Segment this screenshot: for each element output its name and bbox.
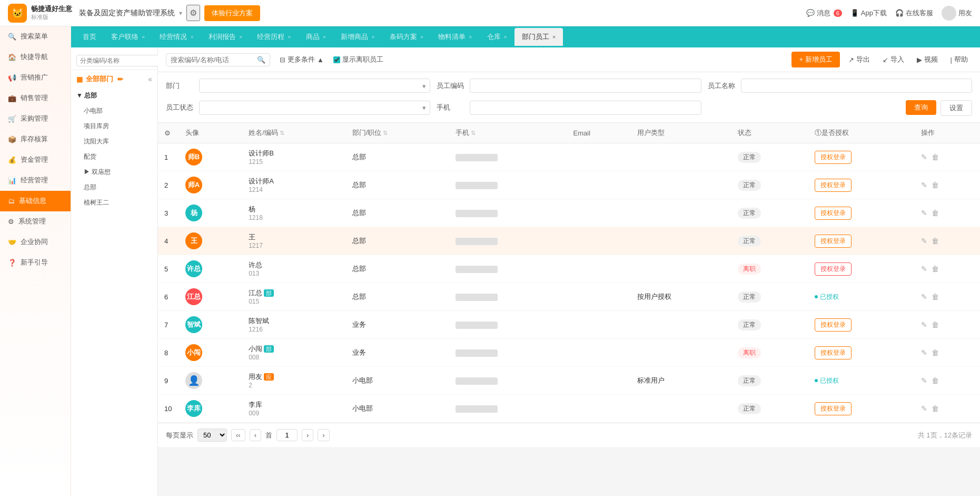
edit-button[interactable]: ✎ <box>921 404 927 413</box>
delete-button[interactable]: 🗑 <box>932 209 939 217</box>
query-button[interactable]: 查询 <box>906 100 936 115</box>
dept-node[interactable]: 沈阳大库 <box>71 134 157 149</box>
sidebar-item-新手引导[interactable]: ❓新手引导 <box>0 252 71 273</box>
delete-button[interactable]: 🗑 <box>932 320 939 329</box>
user-area[interactable]: 用友 <box>942 6 972 21</box>
dept-select[interactable] <box>199 79 430 93</box>
dropdown-arrow-icon[interactable]: ▾ <box>179 9 182 17</box>
dept-node[interactable]: 总部 <box>71 180 157 195</box>
delete-button[interactable]: 🗑 <box>932 237 939 245</box>
delete-button[interactable]: 🗑 <box>932 265 939 273</box>
auth-button[interactable]: 授权登录 <box>815 207 852 220</box>
page-number-input[interactable] <box>276 429 298 441</box>
search-submit-icon[interactable]: 🔍 <box>257 56 265 64</box>
emp-code-input[interactable] <box>470 79 701 93</box>
auth-button[interactable]: 授权登录 <box>815 262 852 276</box>
sidebar-item-营销推广[interactable]: 📢营销推广 <box>0 67 71 88</box>
edit-button[interactable]: ✎ <box>921 153 927 161</box>
close-tab-icon[interactable]: × <box>552 34 556 40</box>
service-button[interactable]: 🎧 在线客服 <box>895 8 933 18</box>
search-input[interactable] <box>171 56 255 64</box>
sidebar-item-销售管理[interactable]: 💼销售管理 <box>0 88 71 109</box>
close-tab-icon[interactable]: × <box>239 34 242 40</box>
auth-button[interactable]: 授权登录 <box>815 151 852 164</box>
nav-tab-条码方案[interactable]: 条码方案× <box>382 28 431 46</box>
auth-button[interactable]: 授权登录 <box>815 235 852 248</box>
phone-input[interactable] <box>470 101 701 115</box>
dept-node[interactable]: 小电部 <box>71 103 157 119</box>
edit-button[interactable]: ✎ <box>921 265 927 273</box>
sidebar-search[interactable]: 🔍 搜索菜单 <box>0 26 71 47</box>
sidebar-item-采购管理[interactable]: 🛒采购管理 <box>0 109 71 129</box>
delete-button[interactable]: 🗑 <box>932 348 939 357</box>
close-tab-icon[interactable]: × <box>190 34 193 40</box>
dept-all-item[interactable]: ▦ 全部部门 ✏ « <box>71 70 157 88</box>
sidebar-item-快捷导航[interactable]: 🏠快捷导航 <box>0 47 71 67</box>
delete-button[interactable]: 🗑 <box>932 181 939 189</box>
collapse-tree-button[interactable]: « <box>148 75 152 83</box>
emp-name-input[interactable] <box>741 79 972 93</box>
trial-button[interactable]: 体验行业方案 <box>204 5 260 21</box>
delete-button[interactable]: 🗑 <box>932 153 939 161</box>
add-employee-button[interactable]: + 新增员工 <box>791 52 839 67</box>
import-button[interactable]: ↙ 导入 <box>878 53 908 66</box>
app-download-button[interactable]: 📱 App下载 <box>850 8 887 18</box>
more-filter-button[interactable]: ⊟ 更多条件 ▲ <box>275 53 328 66</box>
auth-button[interactable]: 授权登录 <box>815 402 852 415</box>
export-button[interactable]: ↗ 导出 <box>844 53 874 66</box>
message-button[interactable]: 💬 消息 6 <box>806 8 842 18</box>
nav-tab-商品[interactable]: 商品× <box>299 28 333 46</box>
emp-status-select[interactable] <box>199 101 430 115</box>
th-dept[interactable]: 部门/职位 ⇅ <box>346 123 450 143</box>
nav-tab-经营历程[interactable]: 经营历程× <box>250 28 298 46</box>
dept-node[interactable]: 植树王二 <box>71 195 157 210</box>
sidebar-item-资金管理[interactable]: 💰资金管理 <box>0 150 71 170</box>
auth-button[interactable]: 授权登录 <box>815 318 852 332</box>
sidebar-item-库存核算[interactable]: 📦库存核算 <box>0 129 71 150</box>
close-tab-icon[interactable]: × <box>142 34 145 40</box>
th-settings[interactable]: ⚙ <box>158 123 179 143</box>
close-tab-icon[interactable]: × <box>323 34 326 40</box>
next-page-button[interactable]: › <box>302 429 313 441</box>
edit-button[interactable]: ✎ <box>921 237 927 245</box>
dept-node[interactable]: 配货 <box>71 149 157 164</box>
per-page-select[interactable]: 50 20 100 <box>197 429 227 442</box>
edit-button[interactable]: ✎ <box>921 209 927 217</box>
auth-button[interactable]: 授权登录 <box>815 346 852 359</box>
delete-button[interactable]: 🗑 <box>932 404 939 413</box>
dept-node[interactable]: ▼ 总部 <box>71 88 157 103</box>
edit-button[interactable]: ✎ <box>921 293 927 301</box>
close-tab-icon[interactable]: × <box>504 34 507 40</box>
nav-tab-物料清单[interactable]: 物料清单× <box>431 28 479 46</box>
dept-node[interactable]: ▶ 双庙想 <box>71 164 157 180</box>
dept-search-input[interactable] <box>76 55 163 66</box>
last-page-button[interactable]: › <box>318 429 329 441</box>
dept-edit-icon[interactable]: ✏ <box>117 75 123 83</box>
edit-button[interactable]: ✎ <box>921 320 927 329</box>
close-tab-icon[interactable]: × <box>371 34 374 40</box>
edit-button[interactable]: ✎ <box>921 376 927 385</box>
nav-tab-仓库[interactable]: 仓库× <box>480 28 514 46</box>
auth-button[interactable]: 授权登录 <box>815 179 852 192</box>
sidebar-item-企业协同[interactable]: 🤝企业协同 <box>0 232 71 252</box>
dept-node[interactable]: 项目库房 <box>71 119 157 134</box>
help-button[interactable]: | 帮助 <box>946 53 972 66</box>
nav-tab-部门员工[interactable]: 部门员工× <box>514 28 563 46</box>
settings-icon[interactable]: ⚙ <box>186 5 200 21</box>
edit-button[interactable]: ✎ <box>921 181 927 189</box>
nav-tab-经营情况[interactable]: 经营情况× <box>152 28 201 46</box>
close-tab-icon[interactable]: × <box>288 34 291 40</box>
sidebar-item-系统管理[interactable]: ⚙系统管理 <box>0 211 71 232</box>
show-resigned-checkbox[interactable]: 显示离职员工 <box>333 55 383 64</box>
sidebar-item-基础信息[interactable]: 🗂基础信息 <box>0 191 71 211</box>
delete-button[interactable]: 🗑 <box>932 376 939 385</box>
delete-button[interactable]: 🗑 <box>932 293 939 301</box>
set-button[interactable]: 设置 <box>941 100 972 116</box>
close-tab-icon[interactable]: × <box>469 34 472 40</box>
prev-page-button[interactable]: ‹ <box>250 429 261 441</box>
th-name[interactable]: 姓名/编码 ⇅ <box>242 123 346 143</box>
close-tab-icon[interactable]: × <box>420 34 423 40</box>
nav-tab-首页[interactable]: 首页 <box>75 28 104 46</box>
nav-tab-新增商品[interactable]: 新增商品× <box>333 28 382 46</box>
th-phone[interactable]: 手机 ⇅ <box>449 123 567 143</box>
